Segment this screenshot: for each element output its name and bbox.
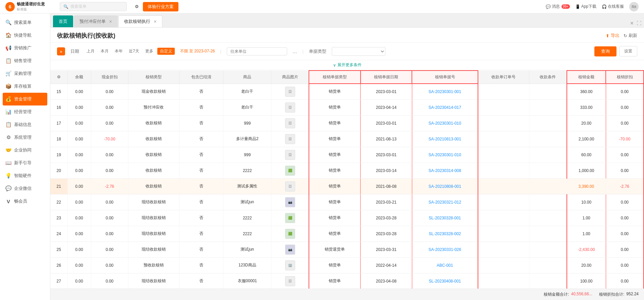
td-include-settled: 否 [179,210,223,226]
product-image: 🖼 [285,276,295,286]
td-cash-discount: -2.76 [91,178,128,194]
th-include-settled: 包含已结清 [179,71,223,84]
filter-prev-month[interactable]: 上月 [85,48,97,55]
messages-button[interactable]: 💬 消息 99+ [546,4,570,9]
td-writeoff-discount: 0.00 [606,115,644,131]
gear-icon[interactable]: ⚙ [135,4,139,9]
td-balance: 0.00 [67,242,91,257]
td-writeoff-date: 2023-03-01 [361,147,412,163]
main-content: 首页 预付冲应付单 ✕ 收款核销执行 ✕ ✕ ⛶ 收款核销执行(按收款) ⬆ 导… [50,13,644,300]
system-icon: ⚙ [5,134,11,140]
query-button[interactable]: 查询 [594,46,616,56]
td-cash-discount: 0.00 [91,84,128,99]
voucher-type-select[interactable] [332,47,385,56]
td-no: 26 [50,257,67,273]
tab-close-all-icon[interactable]: ✕ [630,20,634,26]
tab-home[interactable]: 首页 [53,15,73,27]
td-goods-image: 🖼 [271,131,309,147]
user-avatar[interactable]: Rit [629,2,639,11]
product-image: 📷 [285,245,295,255]
tab-maximize-icon[interactable]: ⛶ [637,20,641,26]
td-no: 15 [50,84,67,99]
top-search-box[interactable]: 🔍 搜索菜单 [60,2,127,11]
td-writeoff-voucher-type: 销货单 [309,210,361,226]
voucher-type-label: 单据类型 [309,48,326,54]
filter-custom[interactable]: 自定义 [157,48,175,55]
sidebar-item-quick-nav[interactable]: 🏠 快捷导航 [0,29,50,42]
sidebar-item-finance[interactable]: 💰 资金管理 [3,93,47,105]
td-writeoff-discount: 0.00 [606,163,644,178]
sidebar-item-system[interactable]: ⚙ 系统管理 [0,131,50,144]
solution-button[interactable]: 体验行业方案 [143,2,178,11]
filter-toggle[interactable]: » [57,47,65,55]
td-collection-condition [529,147,567,163]
product-image: 🟩 [285,166,295,176]
td-writeoff-number: SA-20230414-017 [412,99,478,115]
td-collection-condition [529,131,567,147]
sidebar-item-operations[interactable]: 📊 经营管理 [0,105,50,118]
product-image: 📷 [285,197,295,207]
td-writeoff-type: 现结收款核销 [128,273,179,289]
top-bar: 6 畅捷通谱好生意 标准版 🔍 搜索菜单 ⚙ 体验行业方案 💬 消息 99+ 📱… [0,0,644,13]
th-settings[interactable]: ⚙ [50,71,67,84]
filter-date-tags: 上月 本月 本年 近7天 更多 自定义 [85,48,175,55]
td-writeoff-date: 2023-03-28 [361,210,412,226]
product-image: 🖼 [285,150,295,160]
sidebar-item-search[interactable]: 🔍 搜索菜单 [0,16,50,29]
filter-more-date[interactable]: 更多 [143,48,155,55]
td-balance: 0.00 [67,210,91,226]
filter-curr-month[interactable]: 本月 [99,48,111,55]
table-row: 15 0.00 0.00 现金收款核销 否 老白干 🖼 销货单 2023-03-… [50,84,644,99]
td-writeoff-amount: 1.00 [567,226,606,242]
sidebar-item-smart-hw[interactable]: 💡 智能硬件 [0,169,50,182]
th-writeoff-voucher-type: 核销单据类型 [309,71,361,84]
header-actions: ⬆ 导出 ↻ 刷新 [606,33,637,39]
table-row: 16 0.00 0.00 预付冲应收 否 老白干 🖼 销货单 2023-04-1… [50,99,644,115]
app-download-button[interactable]: 📱 App下载 [575,4,596,9]
td-goods: 2222 [223,163,271,178]
refresh-button[interactable]: ↻ 刷新 [624,33,637,39]
tab-advance-close[interactable]: ✕ [109,19,112,24]
td-writeoff-date: 2023-03-31 [361,242,412,257]
sidebar-item-member[interactable]: V 畅会员 [0,195,50,208]
product-image: 🟩 [285,213,295,223]
sidebar-item-inventory[interactable]: 📦 库存核算 [0,80,50,93]
setting-button[interactable]: 设置 [619,46,637,56]
td-goods-image: 🖼 [271,84,309,99]
export-button[interactable]: ⬆ 导出 [606,33,620,39]
sidebar-item-guide[interactable]: 📖 新手引导 [0,157,50,169]
expand-more-button[interactable]: ∨ 展开更多条件 [333,62,362,68]
td-goods-image: 🖼 [271,273,309,289]
tab-collection-close[interactable]: ✕ [154,19,157,24]
sidebar-item-wechat[interactable]: 💬 企业微信 [0,182,50,195]
filter-week[interactable]: 近7天 [127,48,141,55]
sidebar-item-marketing[interactable]: 📢 营销推广 [0,42,50,54]
td-writeoff-number: SL-20230328-002 [412,226,478,242]
expand-bar: ∨ 展开更多条件 [50,60,644,70]
td-writeoff-discount: 0.00 [606,84,644,99]
counterpart-input[interactable] [227,47,287,55]
td-collection-order-no [478,147,529,163]
sidebar-item-sales[interactable]: 📋 销售管理 [0,54,50,67]
td-writeoff-discount: 0.00 [606,99,644,115]
tab-collection[interactable]: 收款核销执行 ✕ [118,15,162,27]
online-service-button[interactable]: 🎧 在线客服 [602,4,624,9]
td-writeoff-number: SA-20230301-001 [412,84,478,99]
td-writeoff-date: 2023-03-01 [361,84,412,99]
filter-curr-year[interactable]: 本年 [113,48,125,55]
td-collection-order-no [478,273,529,289]
table-area: ⚙ 余额 现金折扣 核销类型 包含已结清 商品 商品图片 核销单据类型 核销单据… [50,70,644,289]
sidebar-item-enterprise[interactable]: 🤝 企业协同 [0,144,50,157]
tab-advance[interactable]: 预付冲应付单 ✕ [74,15,118,27]
sidebar-item-purchase[interactable]: 🛒 采购管理 [0,67,50,80]
td-balance: 0.00 [67,226,91,242]
td-writeoff-number: SA-20230301-010 [412,147,478,163]
counterpart-dots[interactable]: ... [292,48,297,54]
th-cash-discount: 现金折扣 [91,71,128,84]
td-no: 19 [50,147,67,163]
td-no: 25 [50,242,67,257]
sidebar-item-basic-info[interactable]: 📋 基础信息 [0,118,50,131]
td-no: 21 [50,178,67,194]
td-writeoff-voucher-type: 销货单 [309,194,361,210]
guide-icon: 📖 [5,160,11,166]
